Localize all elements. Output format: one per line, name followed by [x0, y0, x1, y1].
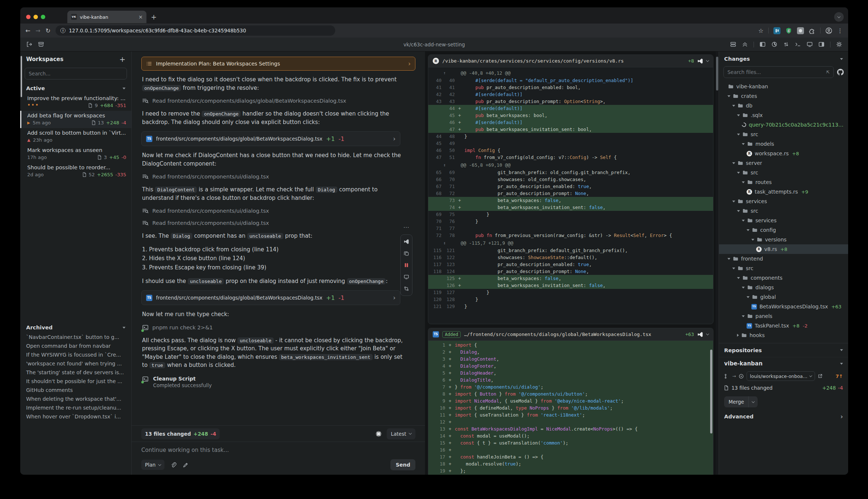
tool-call-row[interactable]: Read frontend/src/components/dialogs/glo…	[142, 98, 415, 104]
tool-call-row[interactable]: pnpm run check 2>&1	[142, 324, 415, 331]
tree-file-row[interactable]: TSBetaWorkspacesDialog.tsx+63	[719, 302, 848, 311]
repository-item[interactable]: vibe-kanban	[719, 357, 848, 370]
tree-chevron-icon[interactable]	[737, 210, 740, 212]
tree-chevron-icon[interactable]	[732, 162, 735, 164]
tab-close-icon[interactable]: ×	[138, 14, 143, 20]
tree-chevron-icon[interactable]	[737, 114, 740, 116]
cleanup-script-block[interactable]: Cleanup ScriptCompleted successfully	[142, 376, 415, 388]
expand-hunk-icon[interactable]: ↕	[428, 162, 461, 169]
implementation-plan-banner[interactable]: Implementation Plan: Beta Workspaces Set…	[141, 57, 415, 71]
tree-folder-row[interactable]: crates	[719, 91, 848, 101]
site-info-icon[interactable]: i	[60, 28, 65, 33]
vertical-scrollbar[interactable]	[716, 52, 719, 475]
mode-select-button[interactable]: Plan	[141, 460, 164, 470]
open-external-icon[interactable]	[818, 374, 823, 379]
tree-chevron-icon[interactable]	[742, 315, 745, 317]
add-workspace-button[interactable]: +	[119, 55, 125, 64]
tree-folder-row[interactable]: src	[719, 168, 848, 177]
tree-chevron-icon[interactable]	[737, 134, 740, 135]
tree-folder-row[interactable]: dialogs	[719, 283, 848, 292]
base-branch-select[interactable]: louis/workspace-onboarding	[747, 371, 815, 381]
browser-tab[interactable]: VK vibe-kanban ×	[67, 11, 146, 23]
highlighter-pen-icon[interactable]	[183, 462, 189, 468]
tree-folder-row[interactable]: versions	[719, 235, 848, 244]
tree-folder-row[interactable]: global	[719, 292, 848, 302]
tree-folder-row[interactable]: hooks	[719, 330, 848, 340]
repositories-header[interactable]: Repositories	[719, 343, 848, 357]
collapse-diff-chevron[interactable]	[706, 332, 709, 335]
spark-icon[interactable]	[376, 431, 382, 437]
changes-header[interactable]: Changes	[719, 52, 848, 66]
tree-file-row[interactable]: TSTaskPanel.tsx+8-2	[719, 321, 848, 330]
tree-chevron-icon[interactable]	[747, 296, 750, 298]
tree-chevron-icon[interactable]	[742, 287, 745, 289]
tree-folder-row[interactable]: models	[719, 139, 848, 149]
open-in-vscode-icon[interactable]	[404, 239, 409, 244]
tree-file-row[interactable]: Rworkspace.rs+8	[719, 149, 848, 158]
git-compare-icon[interactable]	[404, 286, 409, 291]
collapse-tree-icon[interactable]: ⇱	[826, 70, 830, 75]
workspace-item[interactable]: Improve the preview functionality: ...••…	[20, 93, 131, 111]
tree-file-row[interactable]: Rtask_attempts.rs+9	[719, 187, 848, 197]
back-icon[interactable]: ←	[25, 27, 30, 34]
profile-avatar-icon[interactable]	[825, 27, 832, 34]
tree-chevron-icon[interactable]	[742, 143, 745, 145]
active-section-header[interactable]: Active	[20, 83, 131, 93]
panel-left-icon[interactable]	[759, 41, 766, 47]
tree-folder-row[interactable]: components	[719, 273, 848, 283]
close-window-button[interactable]	[26, 15, 31, 19]
tree-folder-row[interactable]: services	[719, 216, 848, 225]
git-sync-icon[interactable]	[783, 41, 789, 47]
version-select-button[interactable]: Latest	[387, 428, 415, 439]
stop-columns-icon[interactable]	[404, 262, 409, 268]
tree-chevron-icon[interactable]	[742, 181, 745, 183]
puzzle-extensions-icon[interactable]	[809, 27, 815, 34]
workspace-item[interactable]: Mark workspaces as unseen17h ago3+45-0	[20, 145, 131, 163]
archived-workspace-item[interactable]: It shouldn't be possible for just the ..…	[20, 377, 131, 386]
extension-icon[interactable]	[773, 27, 780, 34]
workspace-search-input[interactable]: Search...	[25, 68, 127, 79]
tree-folder-row[interactable]: vibe-kanban	[719, 82, 848, 91]
diff-scrollbar-thumb[interactable]	[710, 350, 712, 433]
tree-chevron-icon[interactable]	[737, 277, 740, 279]
reload-icon[interactable]: ↻	[46, 27, 50, 34]
tree-folder-row[interactable]: services	[719, 197, 848, 206]
new-tab-button[interactable]: +	[151, 13, 157, 21]
tree-folder-row[interactable]: src	[719, 263, 848, 273]
tree-chevron-icon[interactable]	[727, 258, 730, 260]
expand-hunk-icon[interactable]: ↕	[428, 240, 461, 247]
terminal-icon[interactable]	[795, 41, 801, 47]
scrollbar-thumb[interactable]	[716, 57, 718, 91]
hunk-header[interactable]: ↑@@ -40,8 +40,12 @@	[428, 69, 713, 77]
sidebar-scrollbar-thumb[interactable]	[21, 56, 22, 97]
merge-options-chevron[interactable]	[749, 396, 758, 407]
tree-file-row[interactable]: query-70b21c5c0a2ba5c21c9c1132f14a68...	[719, 120, 848, 130]
archived-workspace-item[interactable]: 'workspace not found' when trying ...	[20, 359, 131, 368]
tree-chevron-icon[interactable]	[727, 95, 730, 97]
tree-folder-row[interactable]: src	[719, 130, 848, 139]
attach-paperclip-icon[interactable]	[170, 462, 177, 468]
tree-chevron-icon[interactable]	[732, 268, 735, 269]
maximize-window-button[interactable]	[41, 15, 45, 19]
merge-button-label[interactable]: Merge	[724, 396, 748, 407]
shield-extension-icon[interactable]: £	[785, 27, 792, 34]
tree-folder-row[interactable]: routes	[719, 177, 848, 187]
tree-folder-row[interactable]: db	[719, 101, 848, 110]
github-icon[interactable]	[837, 69, 844, 75]
tree-chevron-icon[interactable]	[751, 239, 754, 241]
expand-hunk-icon[interactable]: ↑	[428, 70, 461, 77]
tool-call-row[interactable]: Read frontend/src/components/ui/dialog.t…	[142, 208, 415, 214]
advanced-section-toggle[interactable]: Advanced›	[719, 409, 848, 424]
tree-chevron-icon[interactable]	[732, 201, 735, 202]
theme-pie-icon[interactable]	[771, 41, 777, 47]
collapse-all-icon[interactable]	[742, 41, 748, 47]
send-button[interactable]: Send	[390, 459, 415, 470]
collapse-sidebar-icon[interactable]	[26, 41, 32, 47]
edited-file-card[interactable]: TSfrontend/src/components/dialogs/global…	[141, 290, 400, 305]
open-in-vscode-icon[interactable]	[697, 58, 703, 64]
copy-icon[interactable]	[404, 251, 409, 256]
monitor-icon[interactable]	[404, 274, 409, 280]
tree-folder-row[interactable]: .sqlx	[719, 110, 848, 120]
archived-workspace-item[interactable]: If the WYSIWYG is focussed in `Cre...	[20, 350, 131, 359]
collapse-diff-chevron[interactable]	[706, 59, 709, 62]
